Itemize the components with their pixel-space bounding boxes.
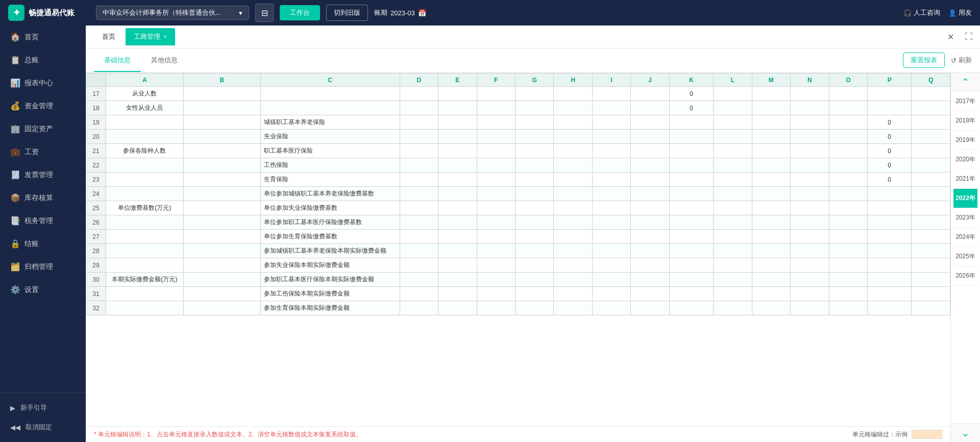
table-row[interactable]: 29参加失业保险本期实际缴费金额 [86, 258, 950, 273]
cell-p[interactable] [868, 201, 912, 215]
sidebar-item-home[interactable]: 🏠 首页 [0, 26, 86, 48]
cell-d[interactable] [400, 130, 438, 144]
cell-h[interactable] [554, 115, 592, 130]
cell-c[interactable]: 单位参加生育保险缴费基数 [260, 230, 400, 244]
cell-a[interactable]: 参保各险种人数 [106, 144, 183, 158]
old-version-button[interactable]: 切到旧版 [326, 5, 368, 21]
cell-a[interactable]: 从业人数 [106, 87, 183, 101]
table-row[interactable]: 19城镇职工基本养老保险0 [86, 115, 950, 130]
spreadsheet-container[interactable]: A B C D E F G H I J K L [86, 73, 950, 426]
cell-k[interactable] [669, 144, 713, 158]
cell-l[interactable] [714, 115, 752, 130]
cell-c[interactable] [260, 87, 400, 101]
cell-q[interactable] [912, 187, 950, 201]
cell-q[interactable] [912, 201, 950, 215]
cell-g[interactable] [516, 287, 554, 301]
cell-j[interactable] [631, 173, 669, 187]
cell-p[interactable]: 0 [868, 115, 912, 130]
cell-e[interactable] [438, 130, 477, 144]
cell-q[interactable] [912, 158, 950, 173]
cell-h[interactable] [554, 173, 592, 187]
cell-d[interactable] [400, 87, 438, 101]
cell-n[interactable] [791, 173, 829, 187]
cell-f[interactable] [477, 215, 515, 230]
cell-f[interactable] [477, 115, 515, 130]
cell-i[interactable] [592, 244, 630, 258]
cell-a[interactable] [106, 173, 183, 187]
cell-f[interactable] [477, 273, 515, 287]
table-row[interactable]: 30本期实际缴费金额(万元)参加职工基本医疗保险本期实际缴费金额 [86, 273, 950, 287]
cell-c[interactable]: 单位参加城镇职工基本养老保险缴费基数 [260, 187, 400, 201]
cell-o[interactable] [829, 273, 867, 287]
consult-button[interactable]: 🎧 人工咨询 [903, 8, 940, 17]
cell-d[interactable] [400, 158, 438, 173]
cell-l[interactable] [714, 244, 752, 258]
cell-q[interactable] [912, 301, 950, 315]
sidebar-item-ledger[interactable]: 📋 总账 [0, 48, 86, 71]
cell-g[interactable] [516, 158, 554, 173]
cell-e[interactable] [438, 187, 477, 201]
cell-e[interactable] [438, 101, 477, 115]
cell-k[interactable] [669, 258, 713, 273]
table-row[interactable]: 25单位缴费基数(万元)单位参加失业保险缴费基数 [86, 201, 950, 215]
cell-f[interactable] [477, 144, 515, 158]
cell-k[interactable]: 0 [669, 101, 713, 115]
cell-o[interactable] [829, 201, 867, 215]
year-item[interactable]: 2023年 [953, 208, 977, 228]
sidebar-item-salary[interactable]: 💼 工资 [0, 140, 86, 163]
table-row[interactable]: 28参加城镇职工基本养老保险本期实际缴费金额 [86, 244, 950, 258]
cell-d[interactable] [400, 173, 438, 187]
cell-e[interactable] [438, 230, 477, 244]
cell-a[interactable]: 单位缴费基数(万元) [106, 201, 183, 215]
cell-g[interactable] [516, 187, 554, 201]
cell-h[interactable] [554, 273, 592, 287]
reset-report-button[interactable]: 重置报表 [903, 53, 945, 68]
cell-j[interactable] [631, 301, 669, 315]
cell-q[interactable] [912, 173, 950, 187]
cell-f[interactable] [477, 230, 515, 244]
cell-i[interactable] [592, 215, 630, 230]
cell-i[interactable] [592, 101, 630, 115]
cell-o[interactable] [829, 130, 867, 144]
cell-a[interactable] [106, 301, 183, 315]
table-row[interactable]: 21参保各险种人数职工基本医疗保险0 [86, 144, 950, 158]
cell-c[interactable]: 参加生育保险本期实际缴费金额 [260, 301, 400, 315]
user-avatar[interactable]: 👤 用友 [948, 8, 972, 17]
cell-f[interactable] [477, 130, 515, 144]
cell-g[interactable] [516, 201, 554, 215]
cell-k[interactable] [669, 215, 713, 230]
cell-n[interactable] [791, 158, 829, 173]
cell-n[interactable] [791, 144, 829, 158]
cell-i[interactable] [592, 130, 630, 144]
cell-l[interactable] [714, 87, 752, 101]
table-row[interactable]: 26单位参加职工基本医疗保险缴费基数 [86, 215, 950, 230]
cell-m[interactable] [752, 101, 790, 115]
cell-m[interactable] [752, 215, 790, 230]
cell-l[interactable] [714, 273, 752, 287]
cell-c[interactable] [260, 101, 400, 115]
cell-k[interactable] [669, 201, 713, 215]
cell-i[interactable] [592, 301, 630, 315]
cell-b[interactable] [183, 115, 260, 130]
cell-p[interactable] [868, 301, 912, 315]
cell-j[interactable] [631, 144, 669, 158]
workbench-button[interactable]: 工作台 [280, 5, 320, 20]
cell-e[interactable] [438, 144, 477, 158]
cell-k[interactable] [669, 187, 713, 201]
cell-c[interactable]: 参加工伤保险本期实际缴费金额 [260, 287, 400, 301]
copy-icon[interactable]: ⊟ [255, 4, 274, 22]
tab-home[interactable]: 首页 [94, 28, 124, 45]
cell-q[interactable] [912, 87, 950, 101]
tab-industry[interactable]: 工商管理 × [126, 28, 175, 45]
cell-d[interactable] [400, 287, 438, 301]
cell-o[interactable] [829, 144, 867, 158]
cell-n[interactable] [791, 201, 829, 215]
cell-k[interactable]: 0 [669, 87, 713, 101]
cell-g[interactable] [516, 130, 554, 144]
cell-m[interactable] [752, 230, 790, 244]
cell-b[interactable] [183, 244, 260, 258]
table-row[interactable]: 22工伤保险0 [86, 158, 950, 173]
sub-tab-basic[interactable]: 基础信息 [94, 50, 141, 72]
cell-b[interactable] [183, 301, 260, 315]
cell-p[interactable]: 0 [868, 130, 912, 144]
